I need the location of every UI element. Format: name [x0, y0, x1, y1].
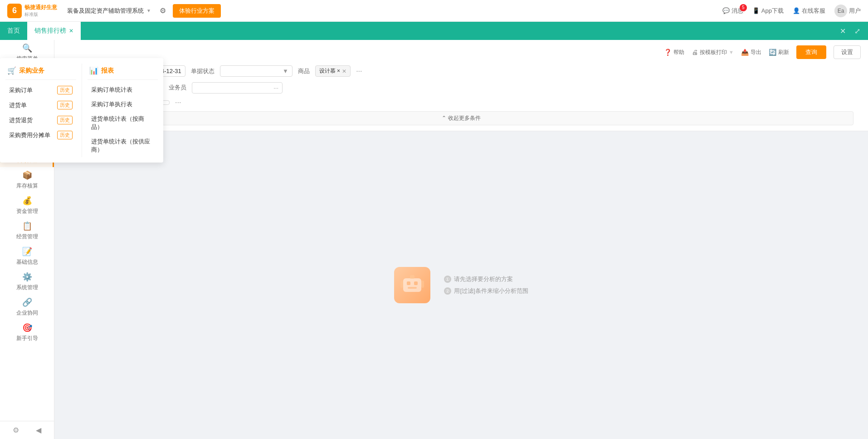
message-badge: 5 [740, 4, 747, 11]
salesperson-label: 业务员 [169, 84, 186, 92]
set-button[interactable]: 设置 [834, 45, 861, 59]
export-button[interactable]: 📤 导出 [741, 49, 761, 56]
sidebar-item-operations[interactable]: 📋 经营管理 [0, 218, 54, 243]
tab-close-icon[interactable]: ✕ [69, 28, 73, 34]
content-area: ❓ 帮助 🖨 按模板打印 ▼ 📤 导出 🔄 刷新 查询 设置 [54, 40, 868, 439]
goods-label: 商品 [298, 67, 310, 75]
filter-row-1: 近7天 更多 自定义 ~ 2024-12-31 单据状态 ▼ 商品 设计慕 × … [62, 65, 861, 77]
avatar: Ea [834, 5, 847, 17]
app-download-item[interactable]: 📱 App下载 [752, 7, 784, 15]
refresh-button[interactable]: 🔄 刷新 [769, 49, 789, 56]
tab-home[interactable]: 首页 [0, 22, 27, 40]
tab-close-all[interactable]: ✕ [837, 25, 848, 36]
tip-num-1: ① [444, 276, 451, 283]
salesperson-arrow: ··· [273, 84, 278, 91]
print-button[interactable]: 🖨 按模板打印 ▼ [692, 49, 734, 56]
search-menu-icon: 🔍 [22, 43, 32, 53]
tip-num-2: ② [444, 287, 451, 295]
dropdown-item-cost[interactable]: 采购费用分摊单 历史 [5, 128, 76, 143]
dropdown-item-return[interactable]: 进货退货 历史 [5, 113, 76, 128]
enterprise-icon: 🔗 [22, 297, 32, 307]
main-layout: 🔍 搜索菜单 🏠 快捷导航 📢 营销推广 📊 销售管理 🛒 采购管理 📦 库存核… [0, 40, 868, 439]
collapse-button[interactable]: ⌃ 收起更多条件 [69, 111, 853, 125]
empty-tip-1: ① 请先选择要分析的方案 [444, 273, 528, 285]
dropdown-item-order-exec[interactable]: 采购订单执行表 [88, 97, 158, 112]
query-button[interactable]: 查询 [796, 45, 826, 59]
svg-rect-4 [410, 275, 414, 279]
filter-row-2: 排名项目 金额 ▼ 业务员 ··· [62, 81, 861, 94]
sidebar-item-inventory[interactable]: 📦 库存核算 [0, 167, 54, 192]
purchase-col-icon: 🛒 [7, 66, 16, 75]
refresh-icon: 🔄 [769, 49, 776, 56]
empty-state: ① 请先选择要分析的方案 ② 用[过滤]条件来缩小分析范围 [54, 131, 868, 439]
dropdown-menu: 🛒 采购业务 采购订单 历史 进货单 历史 进货退货 历史 [0, 58, 163, 163]
empty-content: ① 请先选择要分析的方案 ② 用[过滤]条件来缩小分析范围 [394, 267, 528, 303]
messages-item[interactable]: 💬 消息 5 [722, 7, 743, 15]
sidebar-item-system[interactable]: ⚙️ 系统管理 [0, 269, 54, 294]
industry-button[interactable]: 体验行业方案 [173, 4, 221, 18]
help-icon: ❓ [664, 49, 672, 56]
inventory-icon: 📦 [22, 170, 32, 180]
goods-tag-close[interactable]: ✕ [342, 68, 346, 74]
tab-maximize[interactable]: ⤢ [852, 25, 863, 36]
tabs-bar-right: ✕ ⤢ [837, 25, 868, 36]
tabs-bar: 首页 销售排行榜 ✕ ✕ ⤢ [0, 22, 868, 40]
header-right: 💬 消息 5 📱 App下载 👤 在线客服 Ea 用户 [722, 5, 861, 17]
settings-icon-button[interactable]: ⚙ [156, 5, 169, 17]
customer-dots[interactable]: ··· [175, 99, 181, 107]
dropdown-item-purchase-order[interactable]: 采购订单 历史 [5, 83, 76, 98]
history-badge-1: 历史 [57, 101, 73, 109]
sidebar-bottom: ⚙ ◀ [0, 421, 54, 439]
dropdown-item-incoming[interactable]: 进货单 历史 [5, 98, 76, 113]
print-arrow: ▼ [729, 49, 734, 55]
sidebar-settings-button[interactable]: ⚙ [13, 426, 19, 434]
salesperson-select[interactable]: ··· [192, 82, 283, 94]
logo-icon: 6 [7, 4, 22, 18]
system-title[interactable]: 装备及固定资产辅助管理系统 ▼ [62, 7, 156, 15]
doc-status-select[interactable]: ▼ [220, 65, 293, 77]
message-icon: 💬 [722, 7, 730, 14]
finance-icon: 💰 [22, 196, 32, 206]
sidebar-collapse-button[interactable]: ◀ [36, 426, 41, 434]
operations-icon: 📋 [22, 221, 32, 231]
dropdown-purchase-col: 🛒 采购业务 采购订单 历史 进货单 历史 进货退货 历史 [0, 64, 82, 157]
online-service-item[interactable]: 👤 在线客服 [793, 7, 825, 15]
history-badge-3: 历史 [57, 131, 73, 139]
svg-rect-6 [421, 281, 424, 288]
help-button[interactable]: ❓ 帮助 [664, 49, 684, 56]
print-icon: 🖨 [692, 49, 698, 56]
doc-status-label: 单据状态 [191, 67, 215, 75]
filter-row-3: 客户 ··· [62, 99, 861, 107]
svg-rect-3 [408, 287, 417, 289]
history-badge-2: 历史 [57, 116, 73, 124]
history-badge-0: 历史 [57, 86, 73, 94]
empty-tips: ① 请先选择要分析的方案 ② 用[过滤]条件来缩小分析范围 [444, 273, 528, 297]
dropdown-item-order-stat[interactable]: 采购订单统计表 [88, 83, 158, 97]
filter-bar: ❓ 帮助 🖨 按模板打印 ▼ 📤 导出 🔄 刷新 查询 设置 [54, 40, 868, 131]
basic-info-icon: 📝 [22, 247, 32, 256]
goods-dots[interactable]: ··· [356, 67, 362, 75]
dropdown-report-header: 📊 报表 [88, 64, 158, 80]
doc-status-arrow: ▼ [283, 68, 288, 74]
empty-robot-icon [394, 267, 430, 303]
dropdown-item-incoming-stat-supplier[interactable]: 进货单统计表（按供应商） [88, 134, 158, 157]
svg-rect-2 [414, 281, 418, 285]
sidebar-item-basic-info[interactable]: 📝 基础信息 [0, 243, 54, 269]
dropdown-purchase-header: 🛒 采购业务 [5, 64, 76, 80]
sidebar-item-enterprise[interactable]: 🔗 企业协同 [0, 294, 54, 320]
system-title-arrow: ▼ [146, 8, 151, 13]
logo-text: 畅捷通好生意 标准版 [24, 4, 57, 18]
service-icon: 👤 [793, 7, 800, 14]
goods-tag: 设计慕 × ✕ [315, 65, 351, 77]
sidebar-item-guide[interactable]: 🎯 新手引导 [0, 320, 54, 345]
svg-rect-1 [407, 281, 410, 285]
svg-rect-0 [403, 278, 421, 292]
tab-sales-rank[interactable]: 销售排行榜 ✕ [27, 22, 81, 40]
dropdown-item-incoming-stat-goods[interactable]: 进货单统计表（按商品） [88, 112, 158, 134]
guide-icon: 🎯 [22, 323, 32, 333]
sidebar-item-finance[interactable]: 💰 资金管理 [0, 192, 54, 218]
phone-icon: 📱 [752, 7, 760, 14]
export-icon: 📤 [741, 49, 749, 56]
user-item[interactable]: Ea 用户 [834, 5, 861, 17]
svg-rect-5 [400, 281, 403, 288]
